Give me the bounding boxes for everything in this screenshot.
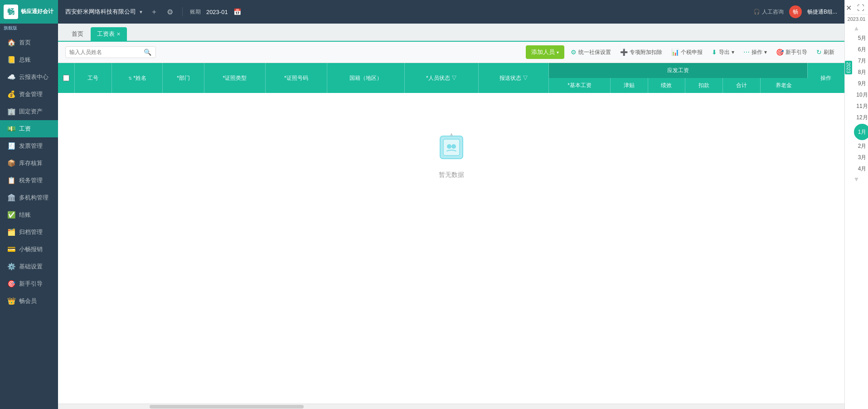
topbar-right: 🎧 人工咨询 畅 畅捷通B组... [753,5,837,18]
logo-text: 畅应通好会计 [21,8,53,15]
sidebar-item-多机构管理[interactable]: 🏛️多机构管理 [0,189,58,206]
sidebar-icon-12: 💳 [7,245,15,253]
company-name: 西安虾米网络科技有限公司 [65,8,136,16]
year-label[interactable]: 2023 [845,61,852,74]
month-item-11月[interactable]: 11月 [852,101,868,112]
special-deduction-icon: ➕ [620,49,628,56]
search-input[interactable] [69,49,142,55]
panel-up-icon[interactable]: ▲ [853,24,861,33]
sidebar-item-工资[interactable]: 💵工资 [0,120,58,137]
person-status-filter-icon[interactable]: ▽ [451,75,457,81]
tab-home-label: 首页 [72,30,83,38]
add-person-button[interactable]: 添加人员 ▾ [526,45,564,59]
sidebar-item-总账[interactable]: 📒总账 [0,51,58,68]
tab-home[interactable]: 首页 [65,27,90,41]
sidebar-item-小畅报销[interactable]: 💳小畅报销 [0,241,58,258]
close-panel-icon[interactable]: ✕ [844,3,853,13]
table-header-group: 工号 ⇅ *姓名 *部门 *证照类型 *证照号码 国籍（地区） *人员状态 ▽ … [58,63,844,78]
refresh-label: 刷新 [824,49,834,56]
month-item-4月[interactable]: 4月 [852,163,868,175]
settings-icon[interactable]: ⚙ [165,6,175,18]
sidebar-item-基础设置[interactable]: ⚙️基础设置 [0,258,58,275]
sidebar-item-云报表中心[interactable]: ☁️云报表中心 [0,68,58,86]
month-item-8月[interactable]: 8月 [852,67,868,78]
calendar-icon[interactable]: 📅 [233,8,241,15]
sidebar-item-税务管理[interactable]: 📋税务管理 [0,172,58,189]
main-area: 西安虾米网络科技有限公司 ▼ ＋ ⚙ 账期 2023-01 📅 🎧 人工咨询 畅… [58,0,844,409]
social-security-btn[interactable]: ⚙ 统一社保设置 [568,47,614,58]
month-item-2月[interactable]: 2月 [852,141,868,152]
empty-state: 暂无数据 [58,93,844,215]
th-name: ⇅ *姓名 [112,63,163,93]
month-item-7月[interactable]: 7月 [852,55,868,67]
sidebar-item-库存核算[interactable]: 📦库存核算 [0,155,58,172]
table-container: 工号 ⇅ *姓名 *部门 *证照类型 *证照号码 国籍（地区） *人员状态 ▽ … [58,63,844,404]
window-controls: ✕ ⛶ [845,2,868,15]
tax-report-btn[interactable]: 📊 个税申报 [669,47,705,58]
horizontal-scrollbar[interactable] [58,404,844,409]
search-wrap[interactable]: 🔍 [65,46,156,58]
th-salary-group: 应发工资 [549,63,807,78]
tab-payroll[interactable]: 工资表 ✕ [91,27,127,41]
th-id-type: *证照类型 [204,63,265,93]
month-item-12月[interactable]: 12月 [852,112,868,123]
sidebar-label-15: 畅会员 [19,297,37,305]
th-id: 工号 [74,63,112,93]
operate-btn[interactable]: ⋯ 操作 ▾ [741,47,770,58]
th-allowance: 津贴 [610,78,648,93]
tab-payroll-label: 工资表 [97,30,115,38]
select-all-checkbox[interactable] [63,75,69,81]
panel-down-icon[interactable]: ▼ [853,175,861,184]
social-security-label: 统一社保设置 [578,49,611,56]
period-value: 2023-01 [206,9,228,15]
sidebar-icon-9: 🏛️ [7,194,15,202]
guide-btn[interactable]: 🎯 新手引导 [773,47,810,58]
empty-icon [433,129,470,166]
add-company-icon[interactable]: ＋ [149,5,160,19]
month-item-9月[interactable]: 9月 [852,78,868,89]
sidebar-item-归档管理[interactable]: 🗂️归档管理 [0,224,58,241]
sidebar-label-10: 结账 [19,211,31,219]
operate-icon: ⋯ [743,49,750,56]
report-status-filter-icon[interactable]: ▽ [523,75,528,81]
sidebar-icon-11: 🗂️ [7,228,15,236]
sidebar-label-5: 工资 [19,125,31,133]
month-item-5月[interactable]: 5月 [852,33,868,44]
empty-text: 暂无数据 [439,171,464,179]
sidebar-item-发票管理[interactable]: 🧾发票管理 [0,137,58,155]
service-btn[interactable]: 🎧 人工咨询 [753,8,784,16]
sidebar-item-资金管理[interactable]: 💰资金管理 [0,86,58,103]
month-item-6月[interactable]: 6月 [852,44,868,55]
svg-point-3 [451,144,456,149]
tab-payroll-close[interactable]: ✕ [116,31,121,37]
panel-year-col: 2023 [845,33,852,75]
sidebar-icon-3: 💰 [7,90,15,98]
sidebar-item-固定资产[interactable]: 🏢固定资产 [0,103,58,120]
sidebar-icon-4: 🏢 [7,107,15,116]
expand-panel-icon[interactable]: ⛶ [855,3,866,13]
special-deduction-btn[interactable]: ➕ 专项附加扣除 [617,47,665,58]
user-avatar[interactable]: 畅 [789,5,802,18]
sidebar-item-畅会员[interactable]: 👑畅会员 [0,292,58,310]
month-item-3月[interactable]: 3月 [852,152,868,163]
export-btn[interactable]: ⬇ 导出 ▾ [709,47,737,58]
scroll-thumb[interactable] [150,405,304,409]
period-label: 账期 [190,8,201,16]
month-item-10月[interactable]: 10月 [852,89,868,101]
sidebar-label-2: 云报表中心 [19,73,48,81]
th-total: 合计 [723,78,760,93]
th-report-status: 报送状态 ▽ [479,63,549,93]
payroll-table: 工号 ⇅ *姓名 *部门 *证照类型 *证照号码 国籍（地区） *人员状态 ▽ … [58,63,844,93]
month-item-1月[interactable]: 1月 [854,124,868,140]
export-arrow-icon: ▾ [732,49,734,55]
sort-name-icon: ⇅ [128,76,132,81]
company-selector[interactable]: 西安虾米网络科技有限公司 ▼ [65,8,143,16]
refresh-btn[interactable]: ↻ 刷新 [814,47,837,58]
sidebar-item-新手引导[interactable]: 🎯新手引导 [0,275,58,292]
headset-icon: 🎧 [753,9,760,15]
th-checkbox[interactable] [58,63,74,93]
right-panel-header: 2023.01 [847,15,867,24]
sidebar-item-首页[interactable]: 🏠首页 [0,34,58,51]
sidebar-item-结账[interactable]: ✅结账 [0,206,58,224]
sidebar-icon-8: 📋 [7,176,15,185]
